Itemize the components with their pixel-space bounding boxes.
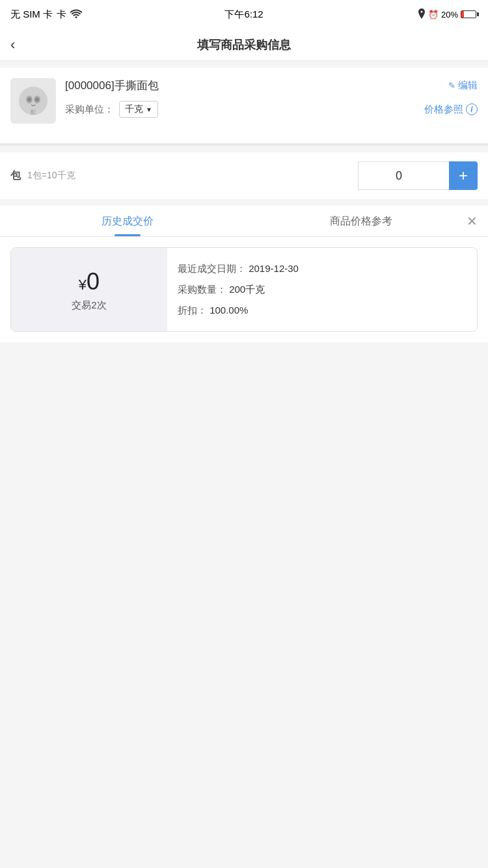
price-left: ¥0 交易2次 <box>11 248 167 331</box>
status-time: 下午6:12 <box>224 8 263 21</box>
quantity-label-group: 包 1包=10千克 <box>10 169 75 183</box>
chevron-down-icon: ▼ <box>146 106 152 113</box>
purchase-qty-row: 采购数量： 200千克 <box>178 282 467 297</box>
tab-product-price-ref[interactable]: 商品价格参考 <box>244 206 478 236</box>
purchase-qty-label: 采购数量： <box>178 284 226 295</box>
tab-history-price[interactable]: 历史成交价 <box>10 206 244 236</box>
product-image: 配 <box>10 78 56 124</box>
price-value: 0 <box>87 268 100 295</box>
unit-row: 采购单位： 千克 ▼ 价格参照 i <box>65 101 478 118</box>
svg-point-3 <box>27 98 31 102</box>
price-ref-button[interactable]: 价格参照 i <box>424 103 478 116</box>
product-section: 配 [0000006]手撕面包 ✎ 编辑 采购单位： 千克 ▼ <box>0 68 488 143</box>
status-bar: 无 SIM 卡 卡 下午6:12 ⏰ 20% <box>0 0 488 29</box>
purchase-qty-value: 200千克 <box>229 284 265 295</box>
battery-indicator <box>461 10 478 18</box>
alarm-icon: ⏰ <box>428 10 439 20</box>
help-icon: i <box>466 103 478 115</box>
main-content <box>0 342 488 733</box>
product-name-row: [0000006]手撕面包 ✎ 编辑 <box>65 78 478 93</box>
section-divider <box>0 143 488 146</box>
unit-value: 千克 <box>125 103 143 115</box>
quantity-input-group: + <box>358 161 478 190</box>
recent-date-label: 最近成交日期： <box>178 263 246 274</box>
svg-text:配: 配 <box>31 109 36 115</box>
currency-symbol: ¥ <box>79 277 87 293</box>
discount-value: 100.00% <box>210 305 248 316</box>
discount-row: 折扣： 100.00% <box>178 303 467 318</box>
edit-icon: ✎ <box>448 81 455 90</box>
price-right: 最近成交日期： 2019-12-30 采购数量： 200千克 折扣： 100.0… <box>167 248 477 331</box>
discount-label: 折扣： <box>178 305 207 316</box>
recent-date-value: 2019-12-30 <box>249 263 299 274</box>
wifi-icon <box>70 9 82 20</box>
status-right: ⏰ 20% <box>418 8 478 21</box>
package-convert: 1包=10千克 <box>27 170 75 182</box>
sim-icon: 卡 <box>57 8 66 21</box>
price-amount: ¥0 <box>79 268 100 295</box>
price-ref-label: 价格参照 <box>424 103 463 116</box>
quantity-input[interactable] <box>358 161 449 190</box>
product-header: 配 [0000006]手撕面包 ✎ 编辑 采购单位： 千克 ▼ <box>10 78 478 124</box>
product-name: [0000006]手撕面包 <box>65 78 159 93</box>
status-left: 无 SIM 卡 卡 <box>10 8 82 21</box>
product-info: [0000006]手撕面包 ✎ 编辑 采购单位： 千克 ▼ 价格参照 i <box>65 78 478 118</box>
trade-count: 交易2次 <box>72 299 106 312</box>
unit-select[interactable]: 千克 ▼ <box>119 101 158 118</box>
recent-date-row: 最近成交日期： 2019-12-30 <box>178 261 467 277</box>
tab-close-button[interactable]: ✕ <box>461 208 483 234</box>
history-price-content: ¥0 交易2次 最近成交日期： 2019-12-30 采购数量： 200千克 折… <box>0 237 488 342</box>
carrier-label: 无 SIM 卡 <box>10 8 53 21</box>
unit-group: 采购单位： 千克 ▼ <box>65 101 158 118</box>
battery-percent: 20% <box>441 10 458 20</box>
location-icon <box>418 8 426 21</box>
package-label: 包 <box>10 169 21 183</box>
nav-bar: ‹ 填写商品采购信息 <box>0 29 488 61</box>
svg-point-4 <box>35 98 39 102</box>
quantity-section: 包 1包=10千克 + <box>0 152 488 199</box>
tab-section: 历史成交价 商品价格参考 ✕ ¥0 交易2次 最近成交日期： 2019-12-3… <box>0 206 488 342</box>
unit-label: 采购单位： <box>65 103 114 116</box>
back-button[interactable]: ‹ <box>5 31 20 59</box>
plus-button[interactable]: + <box>449 161 478 190</box>
page-title: 填写商品采购信息 <box>197 37 291 53</box>
price-card: ¥0 交易2次 最近成交日期： 2019-12-30 采购数量： 200千克 折… <box>10 247 478 332</box>
edit-label: 编辑 <box>458 79 478 92</box>
tab-bar: 历史成交价 商品价格参考 ✕ <box>0 206 488 237</box>
edit-button[interactable]: ✎ 编辑 <box>448 79 478 92</box>
